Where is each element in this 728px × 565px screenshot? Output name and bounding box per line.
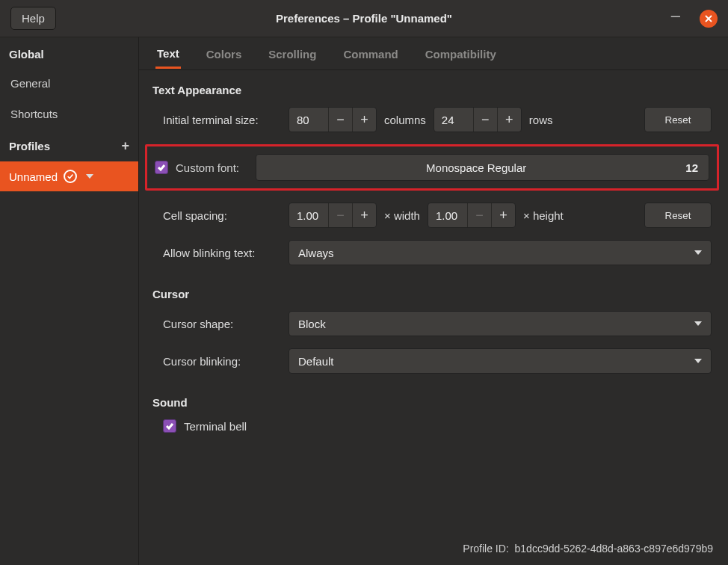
sidebar-header-profiles: Profiles +: [0, 129, 138, 161]
font-size: 12: [685, 161, 698, 174]
chevron-down-icon: [694, 321, 702, 326]
cell-height-value: 1.00: [428, 209, 467, 222]
label-blinking-text: Allow blinking text:: [152, 247, 289, 259]
help-menu-button[interactable]: Help: [10, 7, 56, 30]
row-cell-spacing: Cell spacing: 1.00 − + × width 1.00 − + …: [152, 203, 712, 228]
tab-scrolling[interactable]: Scrolling: [267, 39, 318, 68]
tab-text[interactable]: Text: [155, 38, 181, 69]
cell-height-decrement[interactable]: −: [467, 203, 491, 227]
sidebar: Global General Shortcuts Profiles + Unna…: [0, 37, 139, 565]
columns-decrement[interactable]: −: [328, 108, 352, 132]
titlebar: Help Preferences – Profile "Unnamed" –: [0, 0, 728, 37]
close-icon: [705, 15, 712, 22]
add-profile-button[interactable]: +: [121, 138, 129, 154]
sidebar-profile-unnamed[interactable]: Unnamed: [0, 161, 138, 191]
row-custom-font: Custom font: Monospace Regular 12: [145, 144, 719, 191]
tab-command[interactable]: Command: [342, 39, 399, 68]
tab-compatibility[interactable]: Compatibility: [424, 39, 498, 68]
label-initial-size: Initial terminal size:: [152, 114, 289, 126]
font-name: Monospace Regular: [267, 161, 685, 174]
columns-increment[interactable]: +: [352, 108, 376, 132]
cell-width-value: 1.00: [289, 209, 328, 222]
label-cell-spacing: Cell spacing:: [152, 209, 289, 222]
tab-colors[interactable]: Colors: [205, 39, 244, 68]
custom-font-chooser[interactable]: Monospace Regular 12: [256, 154, 709, 181]
cursor-shape-value: Block: [298, 318, 326, 330]
section-text-appearance: Text Appearance: [152, 84, 712, 96]
cursor-shape-select[interactable]: Block: [289, 311, 712, 336]
blinking-text-select[interactable]: Always: [289, 240, 712, 265]
cell-height-increment[interactable]: +: [491, 203, 515, 227]
window-title: Preferences – Profile "Unnamed": [0, 12, 728, 25]
profile-id-label: Profile ID:: [463, 543, 508, 555]
cell-height-spinner[interactable]: 1.00 − +: [428, 203, 516, 228]
chevron-down-icon: [694, 250, 702, 255]
rows-value: 24: [434, 114, 473, 126]
columns-value: 80: [289, 114, 328, 126]
close-button[interactable]: [700, 10, 718, 28]
cursor-blinking-value: Default: [298, 355, 334, 368]
cell-width-increment[interactable]: +: [352, 203, 376, 227]
cursor-blinking-select[interactable]: Default: [289, 348, 712, 374]
cell-height-unit: × height: [523, 209, 564, 222]
profile-id-value: b1dcc9dd-5262-4d8d-a863-c897e6d979b9: [515, 543, 713, 555]
cell-width-spinner[interactable]: 1.00 − +: [289, 203, 377, 228]
rows-decrement[interactable]: −: [473, 108, 497, 132]
row-cursor-blinking: Cursor blinking: Default: [152, 348, 712, 374]
rows-increment[interactable]: +: [497, 108, 521, 132]
section-sound: Sound: [152, 396, 712, 409]
tab-body: Text Appearance Initial terminal size: 8…: [139, 70, 728, 565]
profile-default-indicator-icon: [64, 170, 77, 183]
tab-bar: Text Colors Scrolling Command Compatibil…: [139, 37, 728, 70]
columns-unit: columns: [384, 114, 426, 126]
blinking-text-value: Always: [298, 247, 334, 259]
terminal-bell-label: Terminal bell: [184, 420, 247, 433]
custom-font-label: Custom font:: [176, 161, 239, 174]
check-icon: [165, 422, 174, 430]
section-cursor: Cursor: [152, 288, 712, 300]
profile-id-footer: Profile ID: b1dcc9dd-5262-4d8d-a863-c897…: [463, 543, 713, 555]
chevron-down-icon: [694, 359, 702, 363]
window-controls: –: [671, 9, 718, 28]
columns-spinner[interactable]: 80 − +: [289, 107, 377, 132]
sidebar-item-general[interactable]: General: [0, 68, 138, 99]
minimize-button[interactable]: –: [671, 6, 680, 25]
sidebar-profiles-label: Profiles: [9, 140, 50, 152]
sidebar-header-global: Global: [0, 37, 138, 68]
cell-width-unit: × width: [384, 209, 420, 222]
rows-spinner[interactable]: 24 − +: [434, 107, 522, 132]
row-blinking-text: Allow blinking text: Always: [152, 240, 712, 265]
row-initial-size: Initial terminal size: 80 − + columns 24…: [152, 107, 712, 132]
sidebar-item-shortcuts[interactable]: Shortcuts: [0, 99, 138, 129]
sidebar-profile-label: Unnamed: [9, 170, 58, 183]
terminal-bell-checkbox[interactable]: [163, 419, 176, 433]
cell-width-decrement[interactable]: −: [328, 203, 352, 227]
label-cursor-shape: Cursor shape:: [152, 318, 289, 330]
label-cursor-blinking: Cursor blinking:: [152, 355, 289, 368]
rows-unit: rows: [529, 114, 553, 126]
check-icon: [157, 163, 166, 172]
reset-cell-spacing-button[interactable]: Reset: [644, 203, 712, 228]
row-cursor-shape: Cursor shape: Block: [152, 311, 712, 336]
custom-font-checkbox[interactable]: [155, 161, 168, 174]
profile-menu-caret-icon[interactable]: [86, 174, 93, 179]
main-pane: Text Colors Scrolling Command Compatibil…: [139, 37, 728, 565]
row-terminal-bell: Terminal bell: [152, 419, 712, 433]
reset-size-button[interactable]: Reset: [644, 107, 712, 132]
